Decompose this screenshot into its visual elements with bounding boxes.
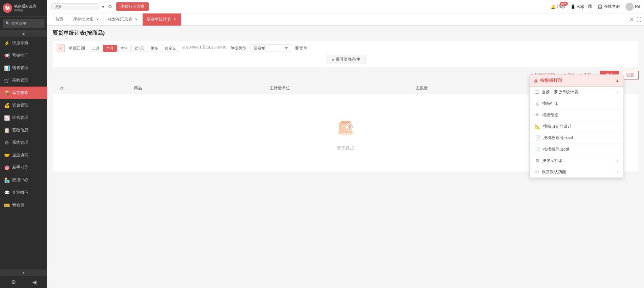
preview-icon: 👁 bbox=[535, 113, 539, 118]
sidebar-scroll-up-button[interactable]: ▲ bbox=[0, 30, 47, 37]
dropdown-export-pdf[interactable]: 📄 按模板导出pdf bbox=[530, 144, 623, 155]
dropdown-template-custom[interactable]: 📐 模板自定义设计 bbox=[530, 121, 623, 132]
wechat-icon: 💬 bbox=[4, 190, 9, 195]
mobile-icon: 📱 bbox=[570, 4, 576, 9]
th-product: 商品 bbox=[67, 85, 209, 91]
default-settings-icon: ⚙ bbox=[535, 169, 539, 174]
sidebar-item-inventory[interactable]: 📦 库存核算 bbox=[0, 87, 47, 99]
headset-icon: 🎧 bbox=[597, 4, 603, 9]
filter-toggle-button[interactable]: ‹ bbox=[57, 44, 65, 52]
search-icon: 🔍 bbox=[5, 21, 10, 26]
guide-icon: 🎯 bbox=[4, 165, 9, 170]
basic-info-icon: 📋 bbox=[4, 128, 9, 133]
dropdown-title: 🖨 按模板打印 bbox=[534, 77, 562, 84]
experience-industry-button[interactable]: 体验行业方案 bbox=[116, 2, 149, 11]
user-avatar bbox=[625, 3, 634, 11]
sidebar-item-quick-nav[interactable]: ⚡ 快捷导航 bbox=[0, 37, 47, 49]
sidebar-item-operations[interactable]: 📈 经营管理 bbox=[0, 111, 47, 124]
last-7-days-button[interactable]: 近7天 bbox=[131, 45, 147, 52]
this-year-button[interactable]: 本年 bbox=[117, 45, 131, 52]
topbar-search-input[interactable] bbox=[51, 3, 98, 10]
close-receivables-tab[interactable]: ✕ bbox=[134, 18, 138, 21]
sidebar-item-collab[interactable]: 🤝 企业协同 bbox=[0, 149, 47, 161]
list-icon: ☰ bbox=[535, 90, 539, 95]
username-label: Rit bbox=[635, 4, 640, 9]
maximize-button[interactable]: ⛶ bbox=[637, 17, 641, 22]
dropdown-template-preview[interactable]: 👁 模板预览 bbox=[530, 109, 623, 121]
tabbar-actions: ✕ ⛶ bbox=[630, 17, 641, 22]
sidebar-item-purchase[interactable]: 🛒 采购管理 bbox=[0, 74, 47, 87]
sidebar-item-finance[interactable]: 💰 资金管理 bbox=[0, 99, 47, 111]
more-dates-button[interactable]: 更多 bbox=[148, 45, 161, 52]
chevron-right-icon-2: › bbox=[617, 159, 618, 163]
display-icon: 🖥 bbox=[535, 158, 539, 163]
page-content-area: 要货单统计表(按商品) ‹ 单据日期 上月 本月 本年 近7天 更多 自定义 2… bbox=[47, 26, 644, 288]
search-menu-button[interactable]: 🔍 搜索菜单 bbox=[3, 19, 45, 28]
topbar: ▼ ⚙ 体验行业方案 🔔 消息 99+ 📱 App下载 🎧 在线客服 Rit bbox=[47, 0, 644, 13]
order-category-filter-label: 要货单 bbox=[295, 45, 307, 51]
collab-icon: 🤝 bbox=[4, 153, 9, 158]
app-download-button[interactable]: 📱 App下载 bbox=[570, 4, 592, 9]
notifications-button[interactable]: 🔔 消息 99+ bbox=[551, 4, 565, 9]
print-dropdown-menu: 🖨 按模板打印 ▲ ☰ 当前：要货单统计表 › 🖨 模板打印 bbox=[529, 74, 624, 178]
close-batch-inventory-tab[interactable]: ✕ bbox=[95, 18, 99, 21]
tabbar: 首页 库存批次账 ✕ 收发存汇总表 ✕ 要货单统计表 ✕ ✕ ⛶ bbox=[47, 13, 644, 26]
sidebar-item-sales[interactable]: 📊 销售管理 bbox=[0, 62, 47, 74]
filter-area: ‹ 单据日期 上月 本月 本年 近7天 更多 自定义 2023-06-01 至 … bbox=[53, 41, 639, 67]
topbar-gear-button[interactable]: ⚙ bbox=[108, 4, 112, 9]
sidebar-item-marketing[interactable]: 📢 营销推广 bbox=[0, 49, 47, 62]
print-item-icon: 🖨 bbox=[535, 101, 539, 106]
purchase-icon: 🛒 bbox=[4, 78, 9, 83]
settings-footer-button[interactable]: ⚙ bbox=[11, 279, 16, 285]
custom-date-button[interactable]: 自定义 bbox=[162, 45, 179, 52]
chevron-right-icon: › bbox=[617, 90, 618, 95]
quick-nav-icon: ⚡ bbox=[4, 40, 9, 46]
collapse-sidebar-button[interactable]: ◀ bbox=[32, 279, 36, 285]
chevron-right-icon-3: › bbox=[617, 170, 618, 174]
main-content: ▼ ⚙ 体验行业方案 🔔 消息 99+ 📱 App下载 🎧 在线客服 Rit bbox=[47, 0, 644, 288]
sidebar-item-system[interactable]: ⚙ 系统管理 bbox=[0, 136, 47, 149]
table-settings-button[interactable]: 设置 bbox=[622, 71, 639, 80]
online-service-button[interactable]: 🎧 在线客服 bbox=[597, 4, 620, 9]
sidebar-item-member[interactable]: 🎫 畅会员 bbox=[0, 199, 47, 211]
dropdown-display-print[interactable]: 🖥 按显示打印 › bbox=[530, 155, 623, 166]
excel-icon: 📄 bbox=[535, 135, 540, 140]
tab-batch-inventory[interactable]: 库存批次账 ✕ bbox=[69, 13, 104, 26]
dropdown-collapse-button[interactable]: ▲ bbox=[615, 78, 619, 83]
close-order-stats-tab[interactable]: ✕ bbox=[173, 18, 177, 21]
date-filter-group: 上月 本月 本年 近7天 更多 自定义 2023-06-01 至 2023-06… bbox=[89, 45, 226, 52]
tab-order-stats[interactable]: 要货单统计表 ✕ bbox=[143, 13, 181, 26]
dropdown-set-default[interactable]: ⚙ 设置默认功能 › bbox=[530, 166, 623, 178]
printer-header-icon: 🖨 bbox=[534, 78, 538, 83]
user-menu-button[interactable]: Rit bbox=[625, 3, 640, 11]
tab-home[interactable]: 首页 bbox=[50, 13, 69, 26]
finance-icon: 💰 bbox=[4, 103, 9, 108]
design-icon: 📐 bbox=[535, 124, 540, 129]
sidebar-item-appstore[interactable]: 🏪 应用中心 bbox=[0, 174, 47, 186]
dropdown-template-print[interactable]: 🖨 模板打印 bbox=[530, 98, 623, 109]
notification-badge: 99+ bbox=[560, 2, 568, 6]
sidebar-item-guide[interactable]: 🎯 新手引导 bbox=[0, 161, 47, 174]
current-month-button[interactable]: 本月 bbox=[103, 45, 117, 52]
topbar-search-dropdown-button[interactable]: ▼ bbox=[101, 4, 105, 9]
sidebar-item-wechat[interactable]: 💬 企业微信 bbox=[0, 186, 47, 199]
sidebar-nav: ⚡ 快捷导航 📢 营销推广 📊 销售管理 🛒 采购管理 📦 库存核算 💰 资金管… bbox=[0, 37, 47, 269]
dropdown-export-excel[interactable]: 📄 按模板导出excel bbox=[530, 132, 623, 144]
sidebar-scroll-down-button[interactable]: ▼ bbox=[0, 269, 47, 276]
member-icon: 🎫 bbox=[4, 202, 9, 208]
th-quantity: 主数量 bbox=[351, 85, 493, 91]
th-checkbox: ⚙ bbox=[57, 86, 67, 91]
bell-icon: 🔔 bbox=[551, 4, 556, 9]
sales-icon: 📊 bbox=[4, 65, 9, 71]
dropdown-current-template[interactable]: ☰ 当前：要货单统计表 › bbox=[530, 87, 623, 98]
expand-more-button[interactable]: ∨ 展开更多条件 bbox=[326, 55, 366, 64]
type-filter-select[interactable]: 要货单 bbox=[251, 44, 291, 52]
prev-month-button[interactable]: 上月 bbox=[89, 45, 103, 52]
topbar-right-area: 🔔 消息 99+ 📱 App下载 🎧 在线客服 Rit bbox=[551, 3, 640, 11]
close-all-tabs-button[interactable]: ✕ bbox=[630, 17, 634, 22]
tab-receivables-summary[interactable]: 收发存汇总表 ✕ bbox=[104, 13, 143, 26]
date-range-display: 2023-06-01 至 2023-06-30 bbox=[182, 45, 226, 50]
sidebar-item-basic-info[interactable]: 📋 基础信息 bbox=[0, 124, 47, 136]
sidebar-logo: 畅 畅康通好生意 标准版 bbox=[0, 0, 47, 17]
empty-text: 暂无数据 bbox=[337, 145, 354, 151]
